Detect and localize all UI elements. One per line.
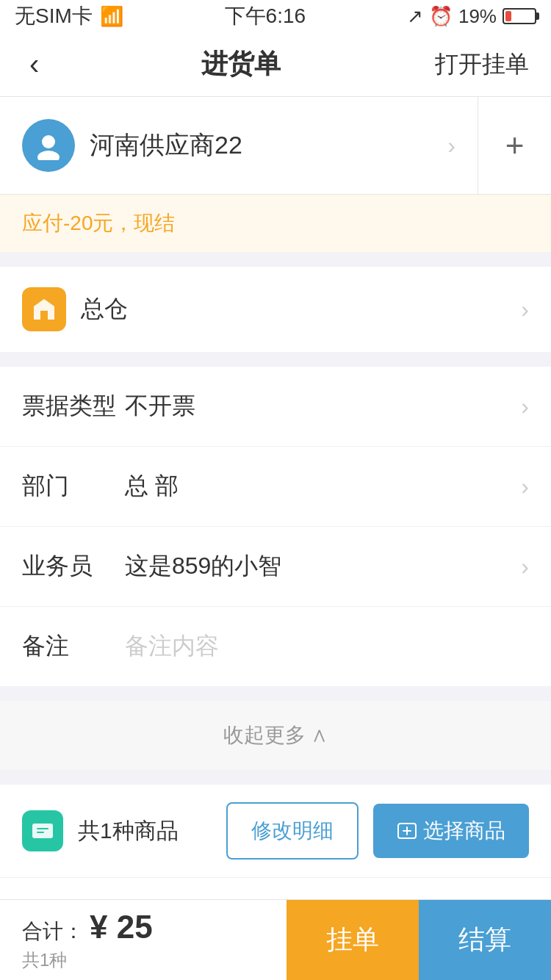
select-product-label: 选择商品 (423, 817, 505, 845)
supplier-name: 河南供应商22 (90, 129, 433, 162)
department-row[interactable]: 部门 总 部 › (0, 447, 551, 527)
checkout-button[interactable]: 结算 (419, 900, 551, 980)
invoice-type-chevron-icon: › (521, 393, 529, 420)
supplier-chevron-icon: › (447, 132, 455, 159)
form-section: 票据类型 不开票 › 部门 总 部 › 业务员 这是859的小智 › 备注 备注… (0, 367, 551, 686)
supplier-avatar (22, 119, 75, 172)
invoice-type-label: 票据类型 (22, 390, 125, 422)
warehouse-chevron-icon: › (521, 296, 529, 323)
battery-icon (503, 8, 536, 24)
carrier-text: 无SIM卡 (15, 2, 93, 30)
svg-point-1 (37, 151, 60, 160)
wifi-icon: 📶 (100, 5, 123, 28)
svg-rect-5 (37, 832, 44, 833)
svg-rect-4 (37, 828, 48, 829)
status-bar: 无SIM卡 📶 下午6:16 ↗ ⏰ 19% (0, 0, 551, 32)
select-product-button[interactable]: 选择商品 (373, 804, 529, 858)
svg-rect-2 (40, 311, 48, 320)
open-hang-button[interactable]: 打开挂单 (435, 48, 529, 81)
supplier-add-button[interactable]: + (478, 97, 551, 194)
status-left: 无SIM卡 📶 (15, 2, 123, 30)
product-header: 共1种商品 修改明细 选择商品 (0, 785, 551, 878)
footer-total-row: 合计： ¥ 25 (22, 909, 264, 945)
invoice-type-value: 不开票 (125, 390, 521, 422)
salesperson-chevron-icon: › (521, 553, 529, 580)
department-value: 总 部 (125, 470, 521, 502)
footer-total-label: 合计： (22, 918, 84, 945)
svg-rect-3 (32, 824, 53, 838)
salesperson-label: 业务员 (22, 550, 125, 583)
page-title: 进货单 (201, 46, 281, 82)
product-count-icon (22, 810, 63, 851)
invoice-type-row[interactable]: 票据类型 不开票 › (0, 367, 551, 447)
supplier-row[interactable]: 河南供应商22 › (0, 97, 478, 194)
alarm-icon: ⏰ (429, 5, 453, 28)
svg-point-0 (42, 135, 55, 148)
department-chevron-icon: › (521, 473, 529, 500)
product-count-text: 共1种商品 (78, 816, 212, 846)
collapse-toggle[interactable]: 收起更多 ∧ (0, 701, 551, 770)
hang-order-button[interactable]: 挂单 (287, 900, 419, 980)
supplier-section: 河南供应商22 › + 应付-20元，现结 (0, 97, 551, 252)
time-text: 下午6:16 (225, 2, 306, 30)
edit-detail-button[interactable]: 修改明细 (226, 802, 359, 860)
hang-order-label: 挂单 (326, 922, 379, 958)
remark-label: 备注 (22, 630, 125, 663)
footer-total-count: 共1种 (22, 948, 264, 972)
status-right: ↗ ⏰ 19% (407, 5, 536, 28)
remark-input[interactable]: 备注内容 (125, 630, 529, 663)
footer-total-amount: ¥ 25 (90, 909, 153, 945)
warehouse-icon-wrap (22, 287, 66, 331)
salesperson-value: 这是859的小智 (125, 550, 521, 583)
footer: 合计： ¥ 25 共1种 挂单 结算 (0, 899, 551, 980)
battery-text: 19% (458, 5, 497, 28)
department-label: 部门 (22, 470, 125, 502)
nav-bar: ‹ 进货单 打开挂单 (0, 32, 551, 97)
checkout-label: 结算 (458, 922, 511, 958)
warehouse-row[interactable]: 总仓 › (0, 267, 551, 352)
footer-total: 合计： ¥ 25 共1种 (0, 900, 287, 980)
remark-row[interactable]: 备注 备注内容 (0, 607, 551, 686)
back-button[interactable]: ‹ (22, 40, 46, 88)
notice-bar: 应付-20元，现结 (0, 195, 551, 252)
warehouse-label: 总仓 (81, 293, 506, 325)
location-icon: ↗ (407, 5, 423, 28)
salesperson-row[interactable]: 业务员 这是859的小智 › (0, 527, 551, 607)
